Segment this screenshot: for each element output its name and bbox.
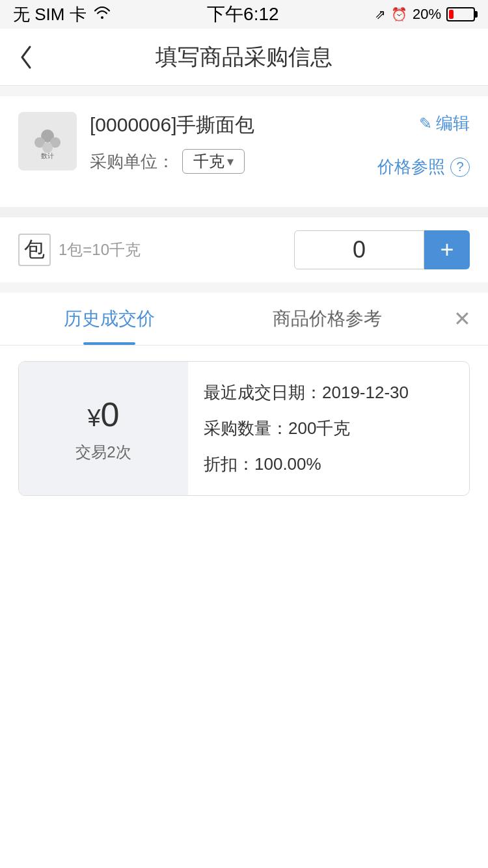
battery-icon <box>446 7 475 21</box>
sim-label: 无 SIM 卡 <box>13 3 87 26</box>
product-image: 数计 <box>18 112 77 170</box>
tab-price-reference[interactable]: 商品价格参考 <box>218 293 436 345</box>
quantity-label: 包 1包=10千克 <box>18 234 141 266</box>
quantity-row: 包 1包=10千克 0 + <box>0 217 488 282</box>
history-card-left: ¥0 交易2次 <box>19 362 188 495</box>
unit-arrow-icon: ▾ <box>227 154 234 169</box>
status-left: 无 SIM 卡 <box>13 3 111 26</box>
history-card-right: 最近成交日期：2019-12-30 采购数量：200千克 折扣：100.00% <box>188 362 469 495</box>
product-section: 数计 [0000006]手撕面包 采购单位： 千克 ▾ ✎ 编辑 <box>0 96 488 207</box>
history-trade-count: 交易2次 <box>75 442 131 463</box>
status-time: 下午6:12 <box>207 2 279 27</box>
product-actions: ✎ 编辑 价格参照 ? <box>377 112 470 178</box>
tabs-section: 历史成交价 商品价格参考 ✕ ¥0 交易2次 最近成交日期：2019-12-30… <box>0 293 488 511</box>
unit-value: 千克 <box>193 151 224 172</box>
quantity-input[interactable]: 0 <box>294 230 424 269</box>
unit-label: 采购单位： <box>90 150 174 173</box>
wifi-icon <box>93 5 111 25</box>
product-header: 数计 [0000006]手撕面包 采购单位： 千克 ▾ ✎ 编辑 <box>18 112 470 178</box>
product-left: 数计 [0000006]手撕面包 采购单位： 千克 ▾ <box>18 112 254 174</box>
purchase-qty-row: 采购数量：200千克 <box>204 416 454 441</box>
quantity-control: 0 + <box>294 230 470 269</box>
status-bar: 无 SIM 卡 下午6:12 ⇗ ⏰ 20% <box>0 0 488 29</box>
history-price: ¥0 <box>88 395 120 434</box>
edit-icon: ✎ <box>419 115 432 133</box>
quantity-plus-button[interactable]: + <box>424 230 470 269</box>
unit-badge[interactable]: 千克 ▾ <box>182 149 245 174</box>
product-unit-row: 采购单位： 千克 ▾ <box>90 149 254 174</box>
page-title: 填写商品采购信息 <box>156 42 332 72</box>
nav-bar: 填写商品采购信息 <box>0 29 488 86</box>
history-content: ¥0 交易2次 最近成交日期：2019-12-30 采购数量：200千克 折扣：… <box>0 346 488 511</box>
status-right: ⇗ ⏰ 20% <box>375 6 475 23</box>
section-divider <box>0 207 488 217</box>
tab-close-button[interactable]: ✕ <box>436 293 488 345</box>
price-ref-button[interactable]: 价格参照 ? <box>377 156 470 178</box>
edit-button[interactable]: ✎ 编辑 <box>419 112 470 135</box>
svg-text:数计: 数计 <box>41 152 54 159</box>
discount-row: 折扣：100.00% <box>204 452 454 477</box>
back-button[interactable] <box>18 44 34 70</box>
tabs-header: 历史成交价 商品价格参考 ✕ <box>0 293 488 346</box>
bottom-area <box>0 511 488 868</box>
unit-main: 包 <box>18 234 51 266</box>
svg-point-3 <box>42 142 53 153</box>
tab-history-price[interactable]: 历史成交价 <box>0 293 218 345</box>
product-info: [0000006]手撕面包 采购单位： 千克 ▾ <box>90 112 254 174</box>
alarm-icon: ⏰ <box>391 7 407 22</box>
battery-pct: 20% <box>413 6 441 23</box>
unit-conversion: 1包=10千克 <box>59 239 141 260</box>
recent-date-row: 最近成交日期：2019-12-30 <box>204 380 454 405</box>
location-icon: ⇗ <box>375 7 386 22</box>
history-card: ¥0 交易2次 最近成交日期：2019-12-30 采购数量：200千克 折扣：… <box>18 361 470 496</box>
product-name: [0000006]手撕面包 <box>90 112 254 139</box>
help-icon: ? <box>450 157 470 177</box>
